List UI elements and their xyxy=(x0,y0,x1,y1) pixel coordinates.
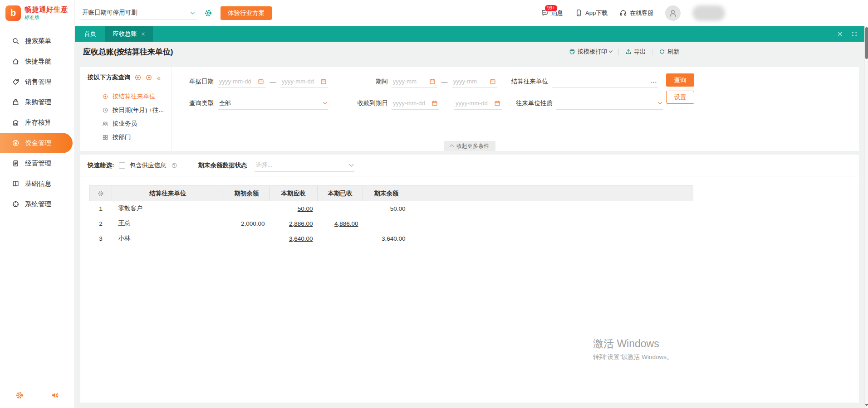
query-scheme-panel: 按以下方案查询 « 按结算往来单位按日期(年月) +往...按业务员按部门 xyxy=(80,67,172,151)
partner-name-cell: 王总 xyxy=(112,216,224,231)
due-date-from-input[interactable]: yyyy-mm-dd xyxy=(392,97,439,110)
tab-receivables-ledger[interactable]: 应收总账 xyxy=(105,26,153,42)
receivable-cell: 50.00 xyxy=(270,201,318,216)
sidebar-item-base-info[interactable]: 基础信息 xyxy=(0,174,74,194)
more-icon[interactable]: ... xyxy=(651,80,657,83)
collapse-more-conditions-button[interactable]: 收起更多条件 xyxy=(444,141,495,151)
results-panel: 快速筛选: 包含供应信息 期末余额数据状态 选择... 结算往来单位 期初余额 … xyxy=(80,155,859,403)
sidebar-item-label: 经营管理 xyxy=(25,159,51,168)
received-cell xyxy=(318,201,363,216)
range-dash: — xyxy=(439,100,454,107)
received-cell xyxy=(318,231,363,246)
sales-icon xyxy=(12,78,20,86)
tab-home[interactable]: 首页 xyxy=(75,26,105,42)
col-filler xyxy=(410,186,693,201)
sound-icon[interactable] xyxy=(51,391,59,399)
balance-status-select[interactable]: 选择... xyxy=(255,159,354,172)
phone-icon xyxy=(575,9,583,17)
sidebar-item-sales[interactable]: 销售管理 xyxy=(0,72,74,92)
include-supplier-checkbox[interactable] xyxy=(119,162,125,169)
page-header: 应收总账(按结算往来单位) 按模板打印 导出 刷新 xyxy=(75,42,864,62)
period-from-input[interactable]: yyyy-mm xyxy=(392,75,437,88)
ending-cell xyxy=(363,216,410,231)
username-blurred[interactable] xyxy=(692,5,725,21)
account-period-dropdown[interactable]: 开账日期可停用可删 xyxy=(81,6,197,20)
partner-type-select[interactable] xyxy=(556,97,663,110)
query-button[interactable]: 查询 xyxy=(666,73,694,87)
sidebar-item-system[interactable]: 系统管理 xyxy=(0,194,74,214)
filler-cell xyxy=(410,201,693,216)
page-title: 应收总账(按结算往来单位) xyxy=(83,47,173,57)
sidebar-item-inventory[interactable]: 库存核算 xyxy=(0,112,74,133)
opening-cell xyxy=(224,201,270,216)
export-button[interactable]: 导出 xyxy=(625,48,646,56)
tab-close-icon[interactable] xyxy=(141,32,146,36)
try-industry-solution-button[interactable]: 体验行业方案 xyxy=(221,6,272,20)
grid-icon xyxy=(102,134,108,141)
row-index: 2 xyxy=(90,216,112,231)
scrollbar-thumb[interactable] xyxy=(865,27,868,59)
col-opening: 期初余额 xyxy=(224,186,270,201)
sidebar-item-label: 系统管理 xyxy=(25,200,51,209)
scheme-target-icon[interactable] xyxy=(145,74,152,81)
collapse-panel-icon[interactable]: « xyxy=(157,74,161,81)
online-support-button[interactable]: 在线客服 xyxy=(619,9,653,17)
amount-link[interactable]: 3,640.00 xyxy=(289,235,313,242)
help-icon[interactable] xyxy=(171,162,177,169)
scheme-panel-title: 按以下方案查询 xyxy=(88,73,131,82)
fullscreen-icon[interactable] xyxy=(852,31,857,37)
calendar-icon xyxy=(320,78,327,85)
print-by-template-button[interactable]: 按模板打印 xyxy=(569,48,612,56)
close-all-tabs-icon[interactable] xyxy=(837,31,843,37)
scheme-item-salesman[interactable]: 按业务员 xyxy=(80,117,172,131)
table-settings-icon[interactable] xyxy=(98,190,104,197)
chevron-down-icon xyxy=(658,100,662,105)
topbar: b 畅捷通好生意 标准版 开账日期可停用可删 体验行业方案 99+ 消息 App… xyxy=(0,0,868,26)
refresh-button[interactable]: 刷新 xyxy=(659,48,679,56)
sidebar-item-purchase[interactable]: 采购管理 xyxy=(0,92,74,112)
headset-icon xyxy=(619,9,627,17)
filler-cell xyxy=(410,231,693,246)
period-to-input[interactable]: yyyy-mm xyxy=(452,75,497,88)
doc-date-to-input[interactable]: yyyy-mm-dd xyxy=(280,75,328,88)
partner-input[interactable]: ... xyxy=(552,75,658,88)
settings-gear-icon[interactable] xyxy=(15,391,24,399)
scheme-item-partner[interactable]: 按结算往来单位 xyxy=(80,90,172,103)
sidebar-item-search[interactable]: 搜索菜单 xyxy=(0,31,74,51)
scheme-list: 按结算往来单位按日期(年月) +往...按业务员按部门 xyxy=(80,90,172,144)
refresh-icon xyxy=(659,49,665,55)
amount-link[interactable]: 4,886.00 xyxy=(334,220,358,227)
doc-date-from-input[interactable]: yyyy-mm-dd xyxy=(218,75,265,88)
amount-link[interactable]: 50.00 xyxy=(298,205,313,212)
logo-icon: b xyxy=(5,5,21,21)
sidebar-item-label: 搜索菜单 xyxy=(25,37,51,45)
sidebar-item-quick-nav[interactable]: 快捷导航 xyxy=(0,51,74,72)
settings-button[interactable]: 设置 xyxy=(666,91,694,104)
topbar-gear-icon[interactable] xyxy=(204,9,212,17)
add-scheme-icon[interactable] xyxy=(134,74,142,81)
query-type-select[interactable]: 全部 xyxy=(218,97,328,110)
period-label: 期间 xyxy=(356,78,388,86)
quick-filter-label: 快速筛选: xyxy=(88,161,114,170)
divider xyxy=(172,67,172,151)
scheme-item-label: 按业务员 xyxy=(113,120,137,128)
page-scrollbar[interactable] xyxy=(864,26,868,408)
scrollbar-down-arrow[interactable] xyxy=(865,404,868,406)
app-download-button[interactable]: App下载 xyxy=(575,9,608,17)
main-content: 应收总账(按结算往来单位) 按模板打印 导出 刷新 按以下方案查询 xyxy=(75,42,864,408)
scheme-item-date[interactable]: 按日期(年月) +往... xyxy=(80,103,172,117)
range-dash: — xyxy=(265,78,280,85)
due-date-to-input[interactable]: yyyy-mm-dd xyxy=(454,97,502,110)
col-ending: 期末余额 xyxy=(363,186,410,201)
account-period-label: 开账日期可停用可删 xyxy=(82,9,137,17)
sidebar-item-funds[interactable]: 资金管理 xyxy=(0,133,73,153)
avatar[interactable] xyxy=(665,5,681,21)
scheme-item-department[interactable]: 按部门 xyxy=(80,131,172,144)
search-icon xyxy=(12,37,20,45)
scheme-item-label: 按部门 xyxy=(113,133,131,141)
opening-cell: 2,000.00 xyxy=(224,216,270,231)
sidebar-item-operations[interactable]: 经营管理 xyxy=(0,153,74,174)
system-icon xyxy=(12,200,20,208)
amount-link[interactable]: 2,886.00 xyxy=(289,220,313,227)
messages-button[interactable]: 99+ 消息 xyxy=(541,9,563,17)
